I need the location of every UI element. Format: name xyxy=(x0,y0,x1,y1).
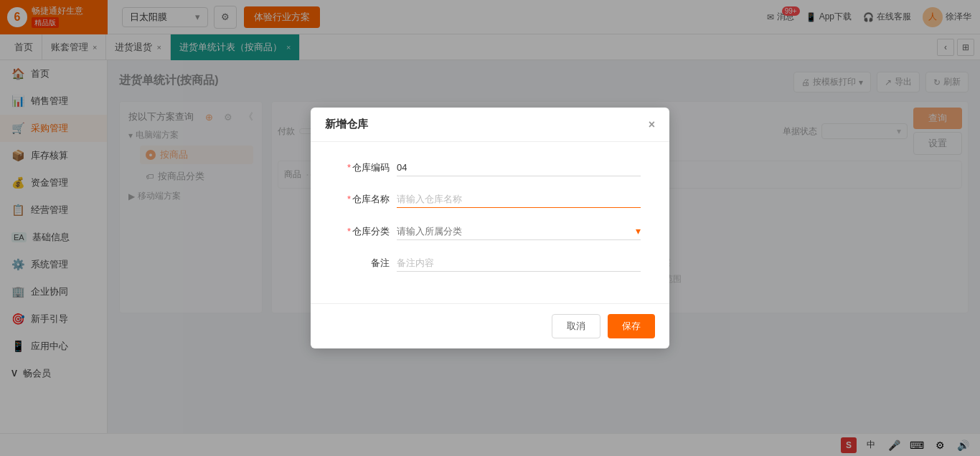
warehouse-name-input[interactable] xyxy=(397,191,641,208)
warehouse-code-label: *仓库编码 xyxy=(339,161,397,174)
category-dropdown-arrow: ▾ xyxy=(636,225,641,237)
warehouse-category-row: *仓库分类 ▾ xyxy=(339,222,641,240)
warehouse-category-input[interactable] xyxy=(397,226,636,237)
new-warehouse-dialog: 新增仓库 × *仓库编码 *仓库名称 *仓库分类 xyxy=(311,108,669,348)
warehouse-name-row: *仓库名称 xyxy=(339,191,641,208)
dialog-footer: 取消 保存 xyxy=(311,303,669,348)
dialog-overlay: 新增仓库 × *仓库编码 *仓库名称 *仓库分类 xyxy=(0,0,980,456)
cancel-button[interactable]: 取消 xyxy=(552,314,600,338)
warehouse-name-label: *仓库名称 xyxy=(339,193,397,206)
dialog-title: 新增仓库 xyxy=(325,118,368,131)
dialog-body: *仓库编码 *仓库名称 *仓库分类 ▾ xyxy=(311,142,669,303)
dialog-close-button[interactable]: × xyxy=(649,118,655,131)
notes-input[interactable] xyxy=(397,255,641,272)
dialog-header: 新增仓库 × xyxy=(311,108,669,142)
warehouse-code-row: *仓库编码 xyxy=(339,159,641,176)
notes-row: 备注 xyxy=(339,255,641,272)
warehouse-category-select[interactable]: ▾ xyxy=(397,222,641,240)
warehouse-code-input[interactable] xyxy=(397,159,641,176)
save-button[interactable]: 保存 xyxy=(608,314,655,338)
notes-label: 备注 xyxy=(339,257,397,270)
warehouse-category-label: *仓库分类 xyxy=(339,225,397,238)
